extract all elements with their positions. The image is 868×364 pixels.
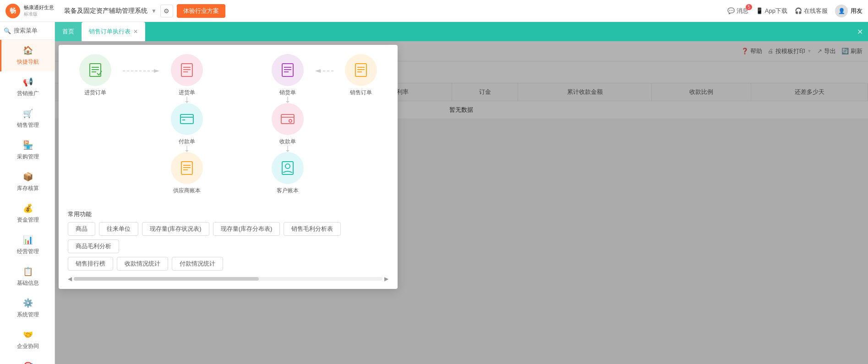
modal-scrollbar: ◀ ▶ [68, 276, 388, 282]
tab-close-button[interactable]: ✕ [133, 28, 138, 35]
flow-node-supplier-ledger[interactable]: 供应商账本 [159, 152, 214, 195]
system-icon: ⚙️ [23, 298, 33, 308]
flow-node-sales-order[interactable]: 销售订单 [333, 54, 388, 97]
purchase-order-circle[interactable] [79, 54, 111, 86]
sidebar-item-sales[interactable]: 🛒 销售管理 [0, 103, 55, 135]
sidebar-item-label: 资金管理 [17, 216, 39, 224]
sidebar-item-label: 系统管理 [17, 311, 39, 319]
user-area[interactable]: 👤 用友 [835, 5, 863, 17]
avatar: 👤 [835, 5, 848, 17]
sales-bill-label: 销货单 [279, 89, 296, 97]
flow-node-sales-bill[interactable]: 销货单 [260, 54, 315, 97]
beginner-icon: 🎯 [23, 361, 33, 364]
marketing-icon: 📢 [23, 77, 33, 87]
sidebar-item-quick-nav[interactable]: 🏠 快捷导航 [0, 40, 55, 71]
operations-icon: 📊 [23, 235, 33, 245]
tab-close-all-button[interactable]: ✕ [852, 22, 868, 41]
customer-ledger-circle[interactable] [272, 152, 304, 184]
flow-node-payment[interactable]: 付款单 [159, 103, 214, 146]
modal-box: 进货订单 [59, 45, 398, 289]
sidebar-item-label: 经营管理 [17, 248, 39, 255]
finance-icon: 💰 [23, 203, 33, 213]
flow-node-receipt[interactable]: 收款单 [260, 103, 315, 146]
header-right: 💬 消息 5 📱 App下载 🎧 在线客服 👤 用友 [727, 5, 863, 17]
cf-buttons: 商品 往来单位 现存量(库存状况表) 现存量(库存分布表) 销售毛利分析表 商品… [68, 222, 388, 253]
logo-area: 畅 畅康通好生意 标准版 [5, 4, 60, 18]
tab-sales-order[interactable]: 销售订单执行表 ✕ [82, 22, 145, 41]
cf-btn-receipt-stats[interactable]: 收款情况统计 [117, 257, 168, 271]
sales-order-circle[interactable] [345, 54, 377, 86]
logo-icon: 畅 [5, 4, 20, 18]
flow-node-purchase-bill[interactable]: 进货单 [159, 54, 214, 97]
common-functions: 常用功能 商品 往来单位 现存量(库存状况表) 现存量(库存分布表) 销售毛利分… [68, 210, 388, 271]
flow-node-customer-ledger[interactable]: 客户账本 [260, 152, 315, 195]
receipt-label: 收款单 [279, 138, 296, 146]
message-button[interactable]: 💬 消息 5 [727, 7, 748, 15]
supplier-ledger-circle[interactable] [171, 152, 203, 184]
scroll-track[interactable] [74, 277, 382, 281]
logo-text: 畅康通好生意 [24, 4, 54, 11]
online-service-button[interactable]: 🎧 在线客服 [795, 7, 828, 15]
scroll-left-button[interactable]: ◀ [68, 276, 72, 282]
receipt-circle[interactable] [272, 103, 304, 135]
sales-order-label: 销售订单 [350, 89, 372, 97]
sidebar-item-operations[interactable]: 📊 经营管理 [0, 229, 55, 261]
content-area: 首页 销售订单执行表 ✕ ✕ ❓ 帮助 [55, 22, 868, 364]
svg-marker-5 [154, 69, 159, 73]
cf-btn-product-margin[interactable]: 商品毛利分析 [68, 239, 119, 253]
sidebar-item-label: 采购管理 [17, 153, 39, 161]
sidebar-item-label: 营销推广 [17, 90, 39, 98]
cf-buttons-row2: 销售排行榜 收款情况统计 付款情况统计 [68, 257, 388, 271]
cf-btn-stock-status[interactable]: 现存量(库存状况表) [142, 222, 209, 236]
flow-node-purchase-order[interactable]: 进货订单 [68, 54, 123, 97]
cf-btn-sales-margin[interactable]: 销售毛利分析表 [284, 222, 341, 236]
service-icon: 🎧 [795, 7, 802, 14]
sidebar-item-enterprise[interactable]: 🤝 企业协同 [0, 324, 55, 356]
sidebar-item-purchase[interactable]: 🏪 采购管理 [0, 135, 55, 166]
sales-bill-circle[interactable] [272, 54, 304, 86]
sidebar-item-label: 库存核算 [17, 185, 39, 192]
cf-btn-product[interactable]: 商品 [68, 222, 95, 236]
settings-gear-button[interactable]: ⚙ [160, 5, 173, 17]
inventory-icon: 📦 [23, 172, 33, 182]
scroll-right-button[interactable]: ▶ [384, 276, 388, 282]
purchase-icon: 🏪 [23, 140, 33, 150]
logo-sub: 标准版 [24, 11, 54, 17]
purchase-order-label: 进货订单 [84, 89, 106, 97]
chevron-down-icon[interactable]: ▼ [151, 8, 157, 14]
payment-label: 付款单 [179, 138, 195, 146]
purchase-bill-label: 进货单 [179, 89, 195, 97]
message-icon: 💬 [727, 7, 735, 14]
page-content: ❓ 帮助 🖨 按模板打印 ▼ ↗ 导出 🔄 刷新 [55, 41, 868, 364]
sidebar-item-marketing[interactable]: 📢 营销推广 [0, 71, 55, 103]
sales-icon: 🛒 [23, 109, 33, 119]
search-menu-button[interactable]: 🔍 搜索菜单 [0, 22, 55, 40]
cf-btn-stock-distribution[interactable]: 现存量(库存分布表) [213, 222, 280, 236]
payment-circle[interactable] [171, 103, 203, 135]
svg-rect-24 [180, 114, 193, 124]
system-title-area: 装备及固定资产辅助管理系统 ▼ ⚙ 体验行业方案 [64, 4, 727, 18]
search-icon: 🔍 [4, 27, 11, 34]
app-download-button[interactable]: 📱 App下载 [756, 7, 787, 15]
tab-bar: 首页 销售订单执行表 ✕ ✕ [55, 22, 868, 41]
sidebar-item-inventory[interactable]: 📦 库存核算 [0, 166, 55, 198]
svg-marker-15 [315, 69, 321, 73]
cf-btn-sales-ranking[interactable]: 销售排行榜 [68, 257, 113, 271]
modal-overlay[interactable]: 进货订单 [55, 41, 868, 364]
download-icon: 📱 [756, 7, 763, 14]
home-icon: 🏠 [23, 45, 33, 55]
system-title: 装备及固定资产辅助管理系统 [64, 7, 147, 15]
sidebar-item-basic-info[interactable]: 📋 基础信息 [0, 261, 55, 293]
customer-ledger-label: 客户账本 [277, 187, 299, 195]
trial-button[interactable]: 体验行业方案 [177, 4, 225, 18]
sidebar-item-beginner[interactable]: 🎯 新手引导 [0, 356, 55, 364]
tab-home[interactable]: 首页 [55, 22, 82, 41]
sidebar-item-finance[interactable]: 💰 资金管理 [0, 198, 55, 229]
message-badge: 5 [746, 4, 752, 10]
supplier-ledger-label: 供应商账本 [173, 187, 201, 195]
sidebar-item-system[interactable]: ⚙️ 系统管理 [0, 293, 55, 324]
cf-title: 常用功能 [68, 210, 388, 218]
purchase-bill-circle[interactable] [171, 54, 203, 86]
cf-btn-payment-stats[interactable]: 付款情况统计 [172, 257, 223, 271]
cf-btn-partner[interactable]: 往来单位 [99, 222, 138, 236]
